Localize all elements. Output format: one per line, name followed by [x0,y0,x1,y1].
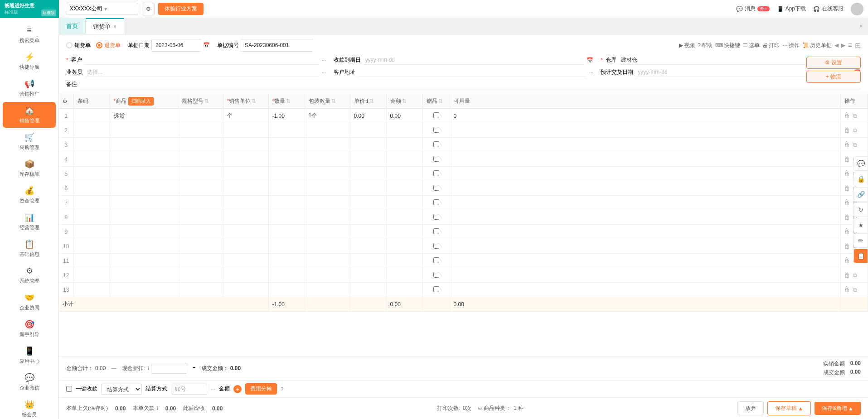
row-gift[interactable] [422,283,450,297]
row-qty[interactable] [268,181,305,196]
row-delete-icon[interactable]: 🗑 [844,156,850,163]
row-spec[interactable] [178,210,223,225]
row-amount[interactable] [386,210,422,225]
row-qty[interactable] [268,123,305,138]
float-edit[interactable]: ✏ [853,233,868,248]
row-gift[interactable] [422,210,450,225]
row-price[interactable] [350,167,386,181]
row-pkg-qty[interactable] [305,152,350,167]
row-amount[interactable] [386,225,422,239]
select-link[interactable]: ☰ 选单 [743,42,760,49]
discount-input[interactable] [151,363,187,374]
row-pkg-qty[interactable] [305,268,350,283]
avatar[interactable] [851,3,863,15]
row-delete-icon[interactable]: 🗑 [844,214,850,221]
row-barcode[interactable] [73,167,110,181]
row-gift[interactable] [422,225,450,239]
settings-icon[interactable]: ⚙ [142,3,155,15]
row-qty[interactable] [268,239,305,254]
row-barcode[interactable] [73,138,110,152]
row-pkg-qty[interactable] [305,167,350,181]
row-product[interactable] [110,225,178,239]
row-gift[interactable] [422,268,450,283]
row-delete-icon[interactable]: 🗑 [844,200,850,206]
app-download-button[interactable]: 📱 App下载 [777,5,806,13]
row-product[interactable]: 拆货 [110,109,178,123]
row-amount[interactable]: 0.00 [386,109,422,123]
sidebar-item-system[interactable]: ⚙ 系统管理 [3,262,56,288]
radio-sales[interactable]: 销货单 [66,42,91,49]
row-amount[interactable] [386,254,422,268]
remarks-input[interactable] [80,80,861,89]
row-delete-icon[interactable]: 🗑 [844,243,850,250]
account-more-icon[interactable]: ··· [211,386,215,392]
row-amount[interactable] [386,239,422,254]
date-input[interactable] [151,39,201,52]
salesperson-input[interactable] [85,67,319,77]
sidebar-item-finance[interactable]: 💰 资金管理 [3,182,56,208]
trial-button[interactable]: 体验行业方案 [158,3,204,15]
row-pkg-qty[interactable] [305,225,350,239]
row-qty[interactable]: -1.00 [268,109,305,123]
sidebar-item-sales[interactable]: 🏠 销售管理 [3,102,56,128]
row-copy-icon[interactable]: ⧉ [853,113,857,119]
due-date-calendar-icon[interactable]: 📅 [587,57,593,63]
row-delete-icon[interactable]: 🗑 [844,185,850,192]
row-unit[interactable] [223,123,268,138]
row-copy-icon[interactable]: ⧉ [853,127,857,134]
row-product[interactable] [110,254,178,268]
row-product[interactable] [110,210,178,225]
row-delete-icon[interactable]: 🗑 [844,171,850,177]
customer-addr-input[interactable] [358,67,587,77]
row-barcode[interactable] [73,152,110,167]
row-barcode[interactable] [73,225,110,239]
row-barcode[interactable] [73,181,110,196]
float-comment[interactable]: 💬 [853,156,868,171]
due-date-input[interactable] [364,55,584,65]
row-unit[interactable] [223,152,268,167]
fee-help-icon[interactable]: ? [281,386,283,392]
row-copy-icon[interactable]: ⧉ [853,142,857,148]
scan-button[interactable]: 扫码录入 [128,97,154,106]
row-product[interactable] [110,268,178,283]
row-product[interactable] [110,167,178,181]
row-delete-icon[interactable]: 🗑 [844,127,850,134]
float-action[interactable]: 📋 [853,249,868,263]
row-price[interactable] [350,283,386,297]
row-qty[interactable] [268,138,305,152]
doc-no-input[interactable] [241,39,313,52]
row-spec[interactable] [178,239,223,254]
history-link[interactable]: 📜 历史单据 [802,42,832,49]
row-price[interactable]: 0.00 [350,109,386,123]
sidebar-item-apps[interactable]: 📱 应用中心 [3,342,56,368]
sidebar-item-guide[interactable]: 🎯 新手引导 [3,316,56,342]
row-spec[interactable] [178,109,223,123]
row-price[interactable] [350,123,386,138]
nav-next-icon[interactable]: ▶ [841,42,845,48]
row-price[interactable] [350,254,386,268]
row-pkg-qty[interactable] [305,210,350,225]
row-barcode[interactable] [73,268,110,283]
row-pkg-qty[interactable] [305,196,350,210]
row-amount[interactable] [386,268,422,283]
row-qty[interactable] [268,225,305,239]
row-qty[interactable] [268,196,305,210]
row-qty[interactable] [268,268,305,283]
row-amount[interactable] [386,138,422,152]
radio-return[interactable]: 退货单 [96,42,121,49]
row-delete-icon[interactable]: 🗑 [844,229,850,235]
row-price[interactable] [350,225,386,239]
row-unit[interactable] [223,181,268,196]
row-spec[interactable] [178,196,223,210]
row-delete-icon[interactable]: 🗑 [844,113,850,119]
row-copy-icon[interactable]: ⧉ [853,287,857,293]
save-new-button[interactable]: 保存&新增 ▲ [815,402,861,415]
float-refresh[interactable]: ↻ [853,202,868,217]
row-unit[interactable] [223,210,268,225]
row-spec[interactable] [178,225,223,239]
row-product[interactable] [110,196,178,210]
video-link[interactable]: ▶ 视频 [679,42,695,49]
row-amount[interactable] [386,152,422,167]
nav-prev-icon[interactable]: ◀ [834,42,839,48]
sidebar-item-search[interactable]: ≡ 搜索菜单 [3,22,56,48]
